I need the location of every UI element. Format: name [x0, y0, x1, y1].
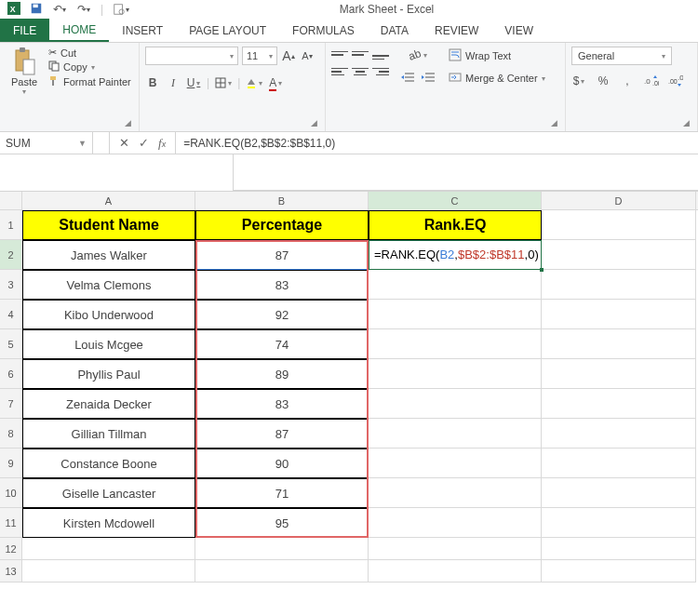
- row-header[interactable]: 13: [0, 560, 22, 583]
- row-header[interactable]: 3: [0, 270, 22, 300]
- grow-font-button[interactable]: A▴: [281, 47, 296, 64]
- cut-button[interactable]: ✂Cut: [48, 47, 131, 59]
- font-color-button[interactable]: A: [268, 74, 283, 91]
- cell-d9[interactable]: [542, 449, 696, 478]
- select-all-button[interactable]: [0, 192, 22, 209]
- cell-a2[interactable]: James Walker: [22, 240, 195, 270]
- orientation-button[interactable]: ab: [400, 47, 436, 63]
- cell-d1[interactable]: [542, 210, 696, 240]
- paste-button[interactable]: Paste ▾: [6, 47, 43, 96]
- cell-b3[interactable]: 83: [195, 270, 369, 300]
- name-box-dropdown-icon[interactable]: ▼: [78, 139, 87, 148]
- clipboard-dialog-icon[interactable]: ◢: [125, 118, 131, 127]
- align-center-button[interactable]: [352, 65, 369, 78]
- cell[interactable]: [369, 538, 542, 560]
- tab-page-layout[interactable]: PAGE LAYOUT: [176, 19, 279, 42]
- cell-c1[interactable]: Rank.EQ: [369, 210, 542, 240]
- cell-a5[interactable]: Louis Mcgee: [22, 329, 195, 359]
- cell-c11[interactable]: [369, 508, 542, 538]
- row-header[interactable]: 8: [0, 419, 22, 449]
- save-icon[interactable]: [30, 2, 43, 18]
- cell-d3[interactable]: [542, 270, 696, 300]
- cell-b9[interactable]: 90: [195, 449, 369, 478]
- name-box[interactable]: SUM▼: [0, 132, 93, 154]
- tab-file[interactable]: FILE: [0, 19, 49, 42]
- percent-button[interactable]: %: [596, 73, 611, 89]
- cell-d2[interactable]: [542, 240, 696, 270]
- comma-button[interactable]: ,: [620, 73, 635, 89]
- cell-c8[interactable]: [369, 419, 542, 449]
- cell[interactable]: [542, 538, 696, 560]
- fill-color-button[interactable]: [246, 74, 262, 91]
- cancel-icon[interactable]: ✕: [119, 136, 129, 150]
- cell-a3[interactable]: Velma Clemons: [22, 270, 195, 300]
- number-format-select[interactable]: General▾: [571, 47, 672, 65]
- tab-view[interactable]: VIEW: [491, 19, 546, 42]
- row-header[interactable]: 5: [0, 329, 22, 359]
- cell-c6[interactable]: [369, 359, 542, 389]
- col-header-a[interactable]: A: [22, 192, 195, 209]
- cell-a9[interactable]: Constance Boone: [22, 449, 195, 478]
- cell-c4[interactable]: [369, 300, 542, 329]
- wrap-text-button[interactable]: Wrap Text: [449, 47, 545, 65]
- cell-a8[interactable]: Gillian Tillman: [22, 419, 195, 449]
- row-header[interactable]: 10: [0, 478, 22, 508]
- cell-b10[interactable]: 71: [195, 478, 369, 508]
- bold-button[interactable]: B: [145, 74, 160, 91]
- paste-dropdown-icon[interactable]: ▾: [22, 87, 26, 96]
- align-middle-button[interactable]: [352, 47, 369, 60]
- align-top-button[interactable]: [331, 47, 348, 60]
- cell[interactable]: [195, 538, 369, 560]
- enter-icon[interactable]: ✓: [139, 136, 149, 150]
- cell-c10[interactable]: [369, 478, 542, 508]
- cell-d6[interactable]: [542, 359, 696, 389]
- cell-d10[interactable]: [542, 478, 696, 508]
- cell-b11[interactable]: 95: [195, 508, 369, 538]
- increase-decimal-button[interactable]: .0.00: [644, 73, 659, 89]
- col-header-b[interactable]: B: [195, 192, 369, 209]
- underline-button[interactable]: U: [186, 74, 201, 91]
- row-header[interactable]: 12: [0, 538, 22, 560]
- italic-button[interactable]: I: [166, 74, 181, 91]
- tab-formulas[interactable]: FORMULAS: [279, 19, 368, 42]
- cell[interactable]: [22, 538, 195, 560]
- cell[interactable]: [369, 560, 542, 583]
- row-header[interactable]: 2: [0, 240, 22, 270]
- increase-indent-button[interactable]: [421, 69, 436, 86]
- row-header[interactable]: 4: [0, 300, 22, 329]
- cell-b2[interactable]: 87: [195, 240, 369, 270]
- cell-d5[interactable]: [542, 329, 696, 359]
- cell[interactable]: [195, 560, 369, 583]
- font-name-select[interactable]: ▾: [145, 47, 238, 65]
- row-header[interactable]: 7: [0, 389, 22, 419]
- cell-b8[interactable]: 87: [195, 419, 369, 449]
- cell-d4[interactable]: [542, 300, 696, 329]
- cell-a4[interactable]: Kibo Underwood: [22, 300, 195, 329]
- tab-data[interactable]: DATA: [368, 19, 422, 42]
- shrink-font-button[interactable]: A▾: [300, 47, 315, 64]
- cell-c9[interactable]: [369, 449, 542, 478]
- col-header-d[interactable]: D: [542, 192, 696, 209]
- cell-a1[interactable]: Student Name: [22, 210, 195, 240]
- tab-home[interactable]: HOME: [49, 19, 109, 42]
- tab-review[interactable]: REVIEW: [422, 19, 491, 42]
- cell-b7[interactable]: 83: [195, 389, 369, 419]
- cell-c2[interactable]: =RANK.EQ(B2,$B$2:$B$11,0): [369, 240, 542, 270]
- cell-b1[interactable]: Percentage: [195, 210, 369, 240]
- cell-b5[interactable]: 74: [195, 329, 369, 359]
- row-header[interactable]: 6: [0, 359, 22, 389]
- cell-c7[interactable]: [369, 389, 542, 419]
- cell-c5[interactable]: [369, 329, 542, 359]
- format-painter-button[interactable]: Format Painter: [48, 75, 131, 88]
- decrease-indent-button[interactable]: [400, 69, 415, 86]
- decrease-decimal-button[interactable]: .00.0: [668, 73, 683, 89]
- borders-button[interactable]: [215, 74, 232, 91]
- tab-insert[interactable]: INSERT: [109, 19, 176, 42]
- col-header-c[interactable]: C: [369, 192, 542, 209]
- print-preview-icon[interactable]: ▾: [113, 1, 129, 18]
- redo-icon[interactable]: ↷▾: [76, 1, 91, 18]
- cell-c3[interactable]: [369, 270, 542, 300]
- cell[interactable]: [542, 560, 696, 583]
- row-header[interactable]: 9: [0, 449, 22, 478]
- row-header[interactable]: 11: [0, 508, 22, 538]
